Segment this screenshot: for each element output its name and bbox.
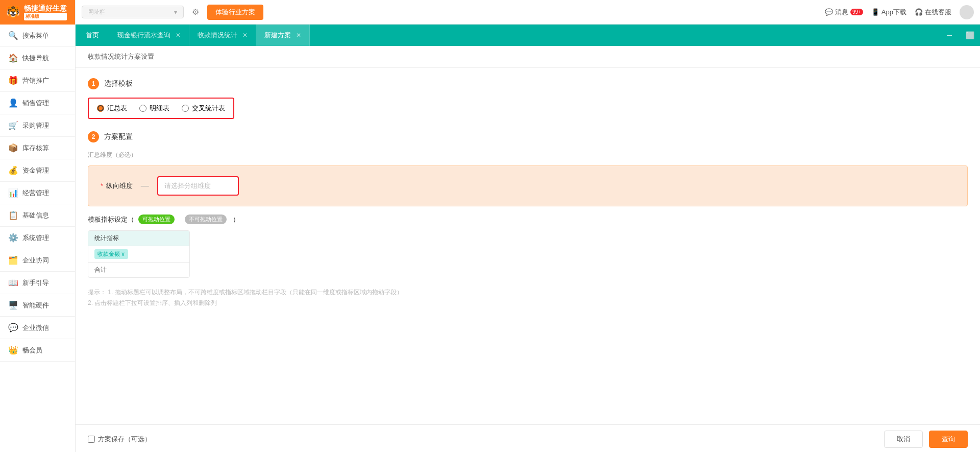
cancel-button[interactable]: 取消	[884, 431, 923, 448]
tag-fixed: 不可拖动位置	[185, 215, 227, 224]
radio-detail[interactable]: 明细表	[139, 104, 169, 113]
sidebar-item-inventory[interactable]: 📦 库存核算	[0, 137, 75, 159]
tab-bank-flow[interactable]: 现金银行流水查询 ✕	[109, 25, 189, 46]
statistics-item-2: 合计	[88, 262, 189, 277]
radio-cross[interactable]: 交叉统计表	[182, 104, 225, 113]
step2-number: 2	[88, 131, 99, 142]
sidebar-item-label: 采购管理	[22, 121, 49, 130]
message-badge: 99+	[850, 9, 863, 15]
sidebar-item-label: 基础信息	[22, 211, 49, 220]
save-label: 方案保存（可选）	[98, 435, 151, 444]
sidebar-item-system[interactable]: ⚙️ 系统管理	[0, 227, 75, 249]
radio-cross-input[interactable]	[182, 105, 189, 112]
app-download-button[interactable]: 📱 App下载	[871, 8, 906, 17]
tab-new-plan[interactable]: 新建方案 ✕	[256, 25, 310, 46]
radio-summary-input[interactable]	[97, 105, 104, 112]
download-label: App下载	[881, 8, 906, 17]
sidebar-item-purchase[interactable]: 🛒 采购管理	[0, 114, 75, 137]
sidebar-item-label: 新手引导	[22, 278, 49, 288]
message-icon: 💬	[825, 8, 833, 16]
breadcrumb: 收款情况统计方案设置	[76, 46, 980, 68]
dimension-arrow: —	[141, 181, 149, 191]
system-icon: ⚙️	[8, 233, 18, 243]
sidebar-item-enterprise-wechat[interactable]: 💬 企业微信	[0, 317, 75, 339]
sidebar-item-sales[interactable]: 👤 销售管理	[0, 92, 75, 114]
statistics-item2-label: 合计	[94, 266, 107, 274]
sidebar-item-label: 畅会员	[22, 346, 42, 355]
quick-nav-icon: 🏠	[8, 53, 18, 63]
tab-label: 现金银行流水查询	[117, 31, 170, 40]
dimension-select[interactable]: 请选择分组维度	[157, 176, 239, 196]
stat-tag-label: 收款金额	[97, 250, 120, 258]
sidebar-item-label: 搜索菜单	[22, 31, 49, 40]
message-button[interactable]: 💬 消息 99+	[825, 8, 863, 17]
sidebar-item-label: 库存核算	[22, 144, 49, 153]
sidebar-item-label: 快捷导航	[22, 54, 49, 63]
tab-close-icon[interactable]: ✕	[242, 32, 248, 39]
membership-icon: 👑	[8, 345, 18, 355]
url-bar[interactable]: 网址栏 ▾	[82, 6, 184, 18]
step2-header: 2 方案配置	[88, 131, 968, 142]
tips-area: 提示： 1. 拖动标题栏可以调整布局，不可跨维度或指标区域拖动栏目字段（只能在同…	[88, 288, 968, 307]
download-icon: 📱	[871, 8, 879, 16]
sidebar-item-label: 销售管理	[22, 99, 49, 108]
sidebar-item-marketing[interactable]: 🎁 营销推广	[0, 69, 75, 92]
beginner-icon: 📖	[8, 278, 18, 288]
sidebar-item-label: 资金管理	[22, 166, 49, 175]
radio-summary[interactable]: 汇总表	[97, 104, 127, 113]
statistics-area: 统计指标 收款金额 ∨ 合计	[88, 230, 190, 278]
stat-tag-dropdown[interactable]: 收款金额 ∨	[94, 249, 128, 259]
save-checkbox[interactable]	[88, 436, 95, 443]
sidebar-logo-text: 畅捷通好生意	[24, 4, 67, 13]
save-option[interactable]: 方案保存（可选）	[88, 435, 151, 444]
marketing-icon: 🎁	[8, 76, 18, 85]
stat-dropdown-icon[interactable]: ∨	[121, 251, 125, 257]
tip2: 2. 点击标题栏下拉可设置排序、插入列和删除列	[88, 299, 968, 307]
sidebar-item-label: 营销推广	[22, 76, 49, 85]
tab-close-icon[interactable]: ✕	[296, 32, 301, 39]
search-menu-icon: 🔍	[8, 31, 18, 40]
maximize-button[interactable]: ⬜	[960, 25, 980, 46]
settings-icon[interactable]: ⚙	[190, 5, 201, 19]
tab-home[interactable]: 首页	[76, 25, 109, 46]
indicator-settings-label: 模板指标设定（ 可拖动位置 不可拖动位置 ）	[88, 215, 968, 224]
sidebar-item-label: 系统管理	[22, 233, 49, 243]
step1-number: 1	[88, 78, 99, 89]
enterprise-wechat-icon: 💬	[8, 323, 18, 332]
tab-label: 收款情况统计	[198, 31, 237, 40]
smart-hardware-icon: 🖥️	[8, 300, 18, 310]
tab-close-icon[interactable]: ✕	[176, 32, 181, 39]
sidebar-item-search-menu[interactable]: 🔍 搜索菜单	[0, 25, 75, 47]
minimize-button[interactable]: ─	[939, 25, 960, 46]
sidebar-item-label: 企业微信	[22, 323, 49, 332]
url-text: 网址栏	[88, 8, 105, 16]
avatar[interactable]	[960, 5, 974, 19]
tab-receipt-stats[interactable]: 收款情况统计 ✕	[189, 25, 256, 46]
sidebar-item-smart-hardware[interactable]: 🖥️ 智能硬件	[0, 294, 75, 317]
url-dropdown-icon[interactable]: ▾	[174, 9, 177, 16]
sidebar-item-operation[interactable]: 📊 经营管理	[0, 182, 75, 204]
sidebar-item-label: 智能硬件	[22, 301, 49, 310]
query-button[interactable]: 查询	[929, 431, 968, 448]
trial-button[interactable]: 体验行业方案	[207, 5, 263, 20]
radio-detail-input[interactable]	[139, 105, 146, 112]
sidebar-item-enterprise-collab[interactable]: 🗂️ 企业协同	[0, 249, 75, 272]
step2-title: 方案配置	[104, 132, 133, 141]
top-header: 网址栏 ▾ ⚙ 体验行业方案 💬 消息 99+ 📱 App下载 🎧 在线客服	[76, 0, 980, 25]
sidebar-item-membership[interactable]: 👑 畅会员	[0, 339, 75, 362]
message-label: 消息	[835, 8, 848, 17]
sidebar-item-finance[interactable]: 💰 资金管理	[0, 159, 75, 182]
sidebar-item-beginner[interactable]: 📖 新手引导	[0, 272, 75, 294]
sales-icon: 👤	[8, 98, 18, 108]
inventory-icon: 📦	[8, 143, 18, 153]
dimension-placeholder: 请选择分组维度	[164, 181, 211, 191]
step2-section: 2 方案配置 汇总维度（必选） * 纵向维度 — 请选择分组维度	[88, 131, 968, 307]
online-service-button[interactable]: 🎧 在线客服	[915, 8, 951, 17]
indicator-settings: 模板指标设定（ 可拖动位置 不可拖动位置 ） 统计指标 收款金额 ∨	[88, 215, 968, 278]
step1-title: 选择模板	[104, 79, 133, 88]
sidebar-item-quick-nav[interactable]: 🏠 快捷导航	[0, 47, 75, 69]
enterprise-collab-icon: 🗂️	[8, 255, 18, 265]
sidebar-item-label: 企业协同	[22, 256, 49, 265]
nav-right-controls: ─ ⬜	[939, 25, 980, 46]
sidebar-item-basic-info[interactable]: 📋 基础信息	[0, 204, 75, 227]
